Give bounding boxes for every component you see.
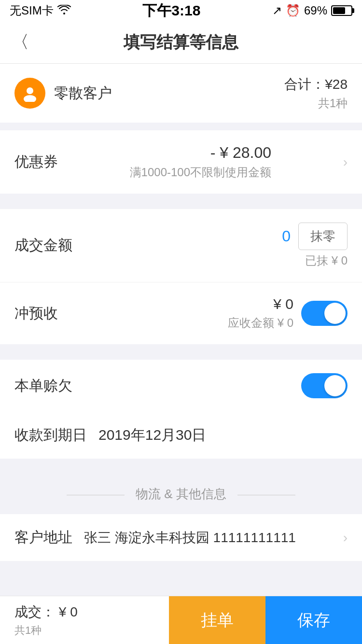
total-amount: 合计：¥28: [284, 75, 348, 94]
prepayment-label: 冲预收: [14, 304, 58, 323]
bottom-deal: 成交： ¥ 0: [14, 603, 169, 621]
nav-bar: 〈 填写结算等信息: [0, 21, 362, 64]
battery-pct: 69%: [304, 4, 327, 17]
due-date-value: 2019年12月30日: [98, 425, 206, 445]
prepayment-right: ¥ 0 应收金额 ¥ 0: [228, 296, 348, 331]
bottom-count: 共1种: [14, 623, 169, 638]
debt-section: 本单赊欠 收款到期日 2019年12月30日: [0, 360, 362, 459]
deal-right: 0 抹零 已抹 ¥ 0: [282, 223, 348, 268]
prepayment-toggle[interactable]: [301, 301, 348, 326]
back-button[interactable]: 〈: [12, 30, 29, 54]
prepayment-value: ¥ 0: [273, 296, 293, 312]
content: 零散客户 合计：¥28 共1种 优惠券 - ¥ 28.00 满1000-100不…: [0, 64, 362, 619]
status-right: ↗ ⏰ 69%: [272, 4, 352, 17]
customer-summary: 合计：¥28 共1种: [284, 75, 348, 111]
deal-value[interactable]: 0: [282, 227, 291, 245]
status-time: 下午3:18: [142, 1, 200, 21]
svg-point-0: [27, 87, 33, 94]
battery-icon: [331, 5, 352, 16]
logistics-section: 物流 & 其他信息: [0, 474, 362, 514]
prepayment-row: 冲预收 ¥ 0 应收金额 ¥ 0: [0, 282, 362, 344]
deal-inline: 0 抹零: [282, 223, 348, 250]
bottom-deal-value: ¥ 0: [59, 604, 78, 619]
logistics-label: 物流 & 其他信息: [136, 487, 226, 501]
address-row[interactable]: 客户地址 张三 海淀永丰科技园 11111111111 ›: [0, 514, 362, 561]
alarm-icon: ⏰: [286, 4, 300, 17]
debt-row: 本单赊欠: [0, 360, 362, 412]
coupon-discount: - ¥ 28.00: [210, 144, 271, 162]
hold-button[interactable]: 挂单: [169, 596, 265, 644]
toggle-knob: [324, 303, 346, 324]
coupon-label: 优惠券: [14, 152, 58, 172]
prepayment-values: ¥ 0 应收金额 ¥ 0: [228, 296, 293, 331]
due-date-row[interactable]: 收款到期日 2019年12月30日: [0, 412, 362, 459]
debt-label: 本单赊欠: [14, 376, 72, 396]
prepayment-receivable: 应收金额 ¥ 0: [228, 315, 293, 331]
svg-point-1: [24, 95, 36, 102]
save-button[interactable]: 保存: [265, 596, 362, 644]
coupon-section: 优惠券 - ¥ 28.00 满1000-100不限制使用金额 ›: [0, 130, 362, 194]
address-chevron: ›: [343, 530, 348, 546]
deal-row: 成交金额 0 抹零 已抹 ¥ 0: [0, 209, 362, 282]
status-bar: 无SIM卡 下午3:18 ↗ ⏰ 69%: [0, 0, 362, 21]
coupon-chevron: ›: [343, 154, 348, 170]
address-label: 客户地址: [14, 528, 72, 547]
section-divider-3: [0, 466, 362, 474]
location-icon: ↗: [272, 4, 282, 17]
page-title: 填写结算等信息: [124, 31, 238, 54]
bottom-bar: 成交： ¥ 0 共1种 挂单 保存: [0, 596, 362, 644]
deal-label: 成交金额: [14, 236, 72, 255]
bottom-deal-label: 成交：: [14, 604, 55, 619]
coupon-description: 满1000-100不限制使用金额: [130, 165, 271, 180]
already-rounded: 已抹 ¥ 0: [305, 253, 348, 268]
sim-label: 无SIM卡: [10, 3, 54, 18]
debt-toggle-knob: [324, 375, 346, 396]
bottom-summary: 成交： ¥ 0 共1种: [0, 603, 169, 638]
status-left: 无SIM卡: [10, 3, 71, 18]
customer-name: 零散客户: [54, 84, 112, 103]
total-count: 共1种: [284, 96, 348, 111]
customer-left: 零散客户: [14, 78, 112, 109]
address-value: 张三 海淀永丰科技园 11111111111: [84, 529, 332, 547]
coupon-row[interactable]: 优惠券 - ¥ 28.00 满1000-100不限制使用金额 ›: [0, 130, 362, 194]
customer-row: 零散客户 合计：¥28 共1种: [0, 64, 362, 123]
round-button[interactable]: 抹零: [298, 223, 348, 250]
coupon-right: - ¥ 28.00 满1000-100不限制使用金额: [130, 144, 271, 180]
avatar: [14, 78, 45, 109]
debt-toggle[interactable]: [301, 373, 348, 398]
deal-section: 成交金额 0 抹零 已抹 ¥ 0 冲预收 ¥ 0 应收金额 ¥ 0: [0, 209, 362, 344]
section-divider-1: [0, 201, 362, 209]
due-date-label: 收款到期日: [14, 425, 87, 445]
wifi-icon: [57, 4, 71, 17]
section-divider-2: [0, 352, 362, 360]
